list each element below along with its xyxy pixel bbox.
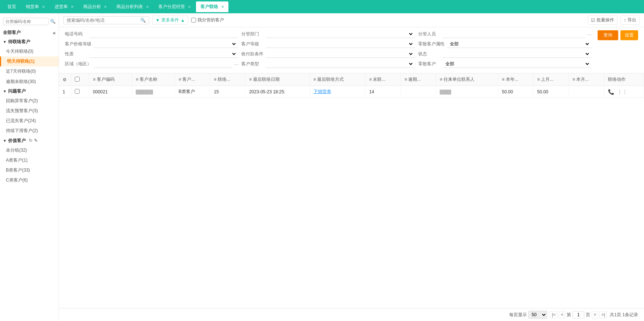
- sidebar-item-overdue[interactable]: 逾期未联络(30): [0, 77, 59, 87]
- nav-item-purchaseorder[interactable]: 进货单 ✕: [50, 1, 78, 12]
- td-checkbox[interactable]: [71, 86, 89, 98]
- nav-item-customercontact[interactable]: 客户联络 ✕: [196, 1, 228, 12]
- action-more-icon[interactable]: ⋮⋮: [617, 89, 627, 95]
- search-icon[interactable]: 🔍: [140, 18, 146, 23]
- filter-price-level: 客户价格等级: [65, 40, 238, 48]
- nav-home[interactable]: 首页: [3, 1, 21, 12]
- prev-page-btn[interactable]: <: [559, 311, 565, 318]
- region-more-icon[interactable]: ···: [234, 61, 239, 67]
- filter-row-1: 电话号码 分管部门 分管人员: [65, 30, 592, 38]
- filter-btn[interactable]: ▼ 更多条件 ▲: [152, 15, 188, 25]
- search-icon[interactable]: 🔍: [50, 19, 56, 24]
- my-customers-checkbox[interactable]: [191, 18, 196, 23]
- arrow-icon: ▼: [3, 40, 7, 44]
- sort-icon[interactable]: ≡: [369, 77, 372, 82]
- close-icon[interactable]: ✕: [221, 5, 224, 9]
- nature-select[interactable]: [91, 51, 237, 57]
- td-contacts: 15: [210, 86, 245, 98]
- sidebar-item-repurchase-abnormal[interactable]: 回购异常客户(2): [0, 96, 59, 106]
- page-info: 第 页: [567, 311, 590, 318]
- td-contact-person: ████: [436, 86, 498, 98]
- sidebar-group-pending[interactable]: ▼ 待联络客户: [0, 37, 59, 46]
- manager-input[interactable]: [442, 30, 585, 38]
- action-phone-icon[interactable]: 📞: [608, 89, 614, 95]
- phone-input[interactable]: [89, 30, 238, 38]
- sidebar-item-declining[interactable]: 持续下滑客户(2): [0, 126, 59, 136]
- customer-type-select[interactable]: [267, 61, 413, 67]
- th-this-year: ≡ 本年...: [498, 73, 533, 86]
- sort-icon[interactable]: ≡: [314, 77, 316, 82]
- close-icon[interactable]: ✕: [71, 5, 74, 9]
- sidebar-all-customers[interactable]: 全部客户 «: [0, 28, 59, 37]
- total-records-label: 共1页 1条记录: [610, 312, 638, 318]
- more-options-icon[interactable]: ···: [587, 31, 592, 37]
- first-page-btn[interactable]: |<: [550, 311, 557, 318]
- close-icon[interactable]: ✕: [104, 5, 107, 9]
- nav-item-productanalysislist[interactable]: 商品分析列表 ✕: [112, 1, 153, 12]
- sidebar-group-value[interactable]: ▼ 价值客户 ↻ ✎: [0, 136, 59, 145]
- sidebar-item-unclassified[interactable]: 未分组(32): [0, 145, 59, 155]
- th-settings[interactable]: ⚙: [59, 73, 71, 86]
- content-area: 🔍 ▼ 更多条件 ▲ 我分管的客户 ☑ 批量操作 ↑ 导出: [59, 13, 644, 321]
- next-page-btn[interactable]: >: [592, 311, 598, 318]
- sidebar-item-class-a[interactable]: A类客户(1): [0, 155, 59, 165]
- nav-item-salesorder[interactable]: 销货单 ✕: [21, 1, 49, 12]
- payment-wrap: [266, 50, 415, 58]
- page-size-select[interactable]: 50 100: [528, 311, 547, 319]
- sidebar-item-class-c[interactable]: C类客户(6): [0, 175, 59, 185]
- status-select[interactable]: [444, 51, 590, 57]
- bulk-operation-btn[interactable]: ☑ 批量操作: [588, 15, 617, 25]
- customer-level-select[interactable]: [267, 41, 413, 47]
- search-input[interactable]: [67, 18, 140, 23]
- sidebar-item-tomorrow[interactable]: 明天待联络(1): [0, 56, 59, 66]
- retail-customer-select[interactable]: 全部: [444, 61, 590, 67]
- sort-icon[interactable]: ≡: [405, 77, 407, 82]
- sidebar-item-lost[interactable]: 已流失客户(24): [0, 116, 59, 126]
- region-input[interactable]: [94, 60, 232, 68]
- sort-icon[interactable]: ≡: [502, 77, 504, 82]
- sort-icon[interactable]: ≡: [573, 77, 575, 82]
- select-all-checkbox[interactable]: [75, 77, 80, 82]
- sidebar-search-wrap: 🔍: [0, 16, 59, 28]
- close-icon[interactable]: ✕: [188, 5, 191, 9]
- edit-icon[interactable]: ✎: [34, 138, 38, 143]
- query-button[interactable]: 查询: [598, 30, 618, 40]
- retail-attr-select[interactable]: 全部: [448, 41, 590, 47]
- refresh-icon[interactable]: ↻: [29, 138, 32, 143]
- td-type: B类客户: [175, 86, 210, 98]
- sort-icon[interactable]: ≡: [537, 77, 540, 82]
- sidebar-item-7days[interactable]: 近7天待联络(0): [0, 66, 59, 76]
- export-btn[interactable]: ↑ 导出: [620, 15, 640, 25]
- close-icon[interactable]: ✕: [146, 5, 149, 9]
- sort-icon[interactable]: ≡: [179, 77, 181, 82]
- table-wrap: ⚙ ≡ 客户编码 ≡ 客户名称 ≡ 客户... ≡ 联络... ≡ 最后联络日期…: [59, 73, 644, 308]
- price-level-wrap: [94, 40, 238, 48]
- row-checkbox[interactable]: [75, 89, 80, 94]
- sidebar-search-input[interactable]: [3, 18, 49, 25]
- payment-select[interactable]: [267, 51, 413, 57]
- filter-customer-type: 客户类型: [241, 60, 415, 68]
- nav-item-productanalysis[interactable]: 商品分析 ✕: [79, 1, 111, 12]
- sort-icon[interactable]: ≡: [214, 77, 216, 82]
- toolbar: 🔍 ▼ 更多条件 ▲ 我分管的客户 ☑ 批量操作 ↑ 导出: [59, 13, 644, 27]
- my-customers-checkbox-label[interactable]: 我分管的客户: [191, 17, 224, 23]
- dept-select[interactable]: [267, 31, 413, 37]
- td-last-contact-method[interactable]: 下销货单: [309, 86, 365, 98]
- nav-item-customersegment[interactable]: 客户分层经营 ✕: [154, 1, 195, 12]
- page-input[interactable]: [573, 311, 584, 318]
- sort-icon[interactable]: ≡: [249, 77, 252, 82]
- price-level-select[interactable]: [95, 41, 237, 47]
- contact-method-link[interactable]: 下销货单: [314, 89, 331, 94]
- last-page-btn[interactable]: >|: [599, 311, 607, 318]
- th-checkbox[interactable]: [71, 73, 89, 86]
- sort-icon[interactable]: ≡: [440, 77, 442, 82]
- sort-icon[interactable]: ≡: [136, 77, 139, 82]
- sort-icon[interactable]: ≡: [93, 77, 95, 82]
- sidebar-item-loss-warning[interactable]: 流失预警客户(3): [0, 106, 59, 116]
- sidebar-item-class-b[interactable]: B类客户(33): [0, 165, 59, 175]
- sidebar-group-problem[interactable]: ▼ 问题客户: [0, 87, 59, 96]
- sidebar-item-today[interactable]: 今天待联络(0): [0, 46, 59, 56]
- th-last-contact-method: ≡ 最后联络方式: [309, 73, 365, 86]
- settings-button[interactable]: 设置: [620, 30, 638, 40]
- close-icon[interactable]: ✕: [42, 5, 45, 9]
